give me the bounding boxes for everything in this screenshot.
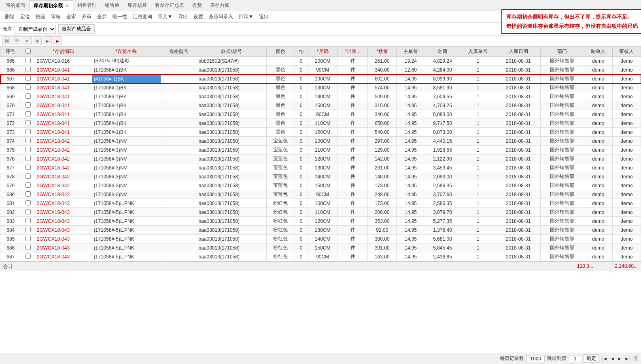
cell-auditor[interactable]: demo — [612, 252, 641, 261]
cell-inno[interactable]: 1 — [460, 74, 496, 83]
cell-size[interactable]: 90CM — [308, 66, 337, 74]
cell-qty[interactable]: 173.00 — [368, 199, 397, 208]
cell-maker[interactable]: demo — [584, 74, 612, 83]
cell-inno[interactable]: 1 — [460, 83, 496, 92]
cell-name[interactable]: (171058#-3)NV — [92, 154, 161, 163]
cell-maker[interactable]: demo — [584, 92, 612, 101]
icon-btn-5[interactable]: ▶ — [43, 36, 52, 45]
cell-dept[interactable]: 国外销售部 — [541, 66, 584, 74]
table-row[interactable]: 671 2GWCX18-041 (171058#-1)BK baa03013(1… — [0, 110, 641, 119]
col-code[interactable]: *存货编码 — [35, 47, 92, 57]
cell-color[interactable]: 黑色 — [266, 66, 295, 74]
cell-check[interactable] — [21, 119, 35, 128]
cell-inno[interactable]: 1 — [460, 235, 496, 243]
cell-amount[interactable]: 2,093.00 — [425, 172, 460, 181]
cell-spec[interactable] — [161, 163, 197, 172]
icon-btn-1[interactable]: 国 — [2, 36, 11, 45]
table-row[interactable]: 667 2GWCX18-041 (#1058#-1)BK baa03013(17… — [0, 74, 641, 83]
cell-check[interactable] — [21, 92, 35, 101]
cell-check[interactable] — [21, 181, 35, 190]
cell-amount[interactable]: 9,717.50 — [425, 119, 460, 128]
cell-inno[interactable]: 1 — [460, 217, 496, 226]
warehouse-select[interactable]: 自制产成品合 — [15, 25, 56, 34]
cell-qty[interactable]: 142.00 — [368, 154, 397, 163]
cell-inno[interactable]: 1 — [460, 199, 496, 208]
cell-inno[interactable]: 1 — [460, 57, 496, 66]
cell-code[interactable]: 2GWCX18-043 — [35, 208, 92, 217]
cell-qty[interactable]: 380.00 — [368, 235, 397, 243]
cell-price[interactable]: 14.95 — [397, 172, 425, 181]
cell-unit[interactable]: 件 — [337, 110, 367, 119]
cell-unit[interactable]: 件 — [337, 57, 367, 66]
delete-button[interactable]: 删除 — [2, 13, 17, 21]
cell-price[interactable]: 14.95 — [397, 110, 425, 119]
table-row[interactable]: 670 2GWCX18-041 (171058#-1)BK baa03013(1… — [0, 101, 641, 110]
cell-unit[interactable]: 件 — [337, 181, 367, 190]
cell-qty[interactable]: 602.00 — [368, 74, 397, 83]
table-row[interactable]: 683 2GWCX18-043 (171058#-5)L.PNK baa0301… — [0, 217, 641, 226]
cell-spec[interactable] — [161, 226, 197, 235]
cell-maker[interactable]: demo — [584, 235, 612, 243]
cell-name[interactable]: (171058#-1)BK — [92, 119, 161, 128]
cell-spec[interactable] — [161, 146, 197, 154]
cell-dept[interactable]: 国外销售部 — [541, 190, 584, 199]
table-row[interactable]: 679 2GWCX18-042 (171058#-3)NV baa03013(1… — [0, 181, 641, 190]
cell-dept[interactable]: 国外销售部 — [541, 110, 584, 119]
cell-star[interactable]: 0 — [295, 163, 308, 172]
cell-style[interactable]: baa03013(171058) — [197, 74, 266, 83]
import-button[interactable]: 导入▼ — [155, 13, 175, 21]
cell-unit[interactable]: 件 — [337, 243, 367, 252]
cell-check[interactable] — [21, 74, 35, 83]
cell-color[interactable]: 宝蓝色 — [266, 163, 295, 172]
barcode-button[interactable]: 条形码录入 — [206, 13, 236, 21]
cell-inno[interactable]: 1 — [460, 163, 496, 172]
cell-auditor[interactable]: demo — [612, 235, 641, 243]
cell-code[interactable]: 2GWCX18-043 — [35, 235, 92, 243]
cell-qty[interactable]: 129.00 — [368, 146, 397, 154]
cell-check[interactable] — [21, 163, 35, 172]
cell-inno[interactable]: 1 — [460, 243, 496, 252]
cell-size[interactable]: 140CM — [308, 172, 337, 181]
cell-style[interactable]: baa03013(171058) — [197, 137, 266, 146]
cell-check[interactable] — [21, 154, 35, 163]
cell-price[interactable]: 14.95 — [397, 252, 425, 261]
table-row[interactable]: 673 2GWCX18-041 (171058#-1)BK baa03013(1… — [0, 128, 641, 137]
cell-maker[interactable]: demo — [584, 190, 612, 199]
table-row[interactable]: 686 2GWCX18-043 (171058#-5)L.PNK baa0301… — [0, 243, 641, 252]
cell-dept[interactable]: 国外销售部 — [541, 57, 584, 66]
cell-size[interactable]: 130CM — [308, 163, 337, 172]
cell-star[interactable]: 0 — [295, 110, 308, 119]
cell-auditor[interactable]: demo — [612, 190, 641, 199]
cell-size[interactable]: 120CM — [308, 154, 337, 163]
cell-price[interactable]: 14.95 — [397, 208, 425, 217]
cell-spec[interactable] — [161, 190, 197, 199]
cell-star[interactable]: 0 — [295, 208, 308, 217]
cell-style[interactable]: baa03013(171058) — [197, 226, 266, 235]
cell-check[interactable] — [21, 208, 35, 217]
cell-indate[interactable]: 2018-08-31 — [496, 243, 541, 252]
cell-amount[interactable]: 4,709.25 — [425, 101, 460, 110]
cell-check[interactable] — [21, 243, 35, 252]
cell-inno[interactable]: 1 — [460, 110, 496, 119]
export-button[interactable]: 导出 — [176, 13, 190, 21]
cell-price[interactable]: 14.95 — [397, 101, 425, 110]
cell-check[interactable] — [21, 101, 35, 110]
cell-inno[interactable]: 1 — [460, 181, 496, 190]
cell-auditor[interactable]: demo — [612, 199, 641, 208]
cell-indate[interactable]: 2018-08-31 — [496, 190, 541, 199]
cell-unit[interactable]: 件 — [337, 119, 367, 128]
cell-size[interactable]: 150CM — [308, 181, 337, 190]
cell-unit[interactable]: 件 — [337, 101, 367, 110]
cell-style[interactable]: bbb01502(S247/#) — [197, 57, 266, 66]
cell-spec[interactable] — [161, 137, 197, 146]
cell-code[interactable]: 2GWCX18-042 — [35, 154, 92, 163]
cell-size[interactable]: 100CM — [308, 57, 337, 66]
cell-dept[interactable]: 国外销售部 — [541, 128, 584, 137]
cell-maker[interactable]: demo — [584, 199, 612, 208]
cell-amount[interactable]: 1,375.40 — [425, 226, 460, 235]
cell-price[interactable]: 14.95 — [397, 181, 425, 190]
cell-price[interactable]: 14.95 — [397, 190, 425, 199]
cell-unit[interactable]: 件 — [337, 235, 367, 243]
cell-indate[interactable]: 2018-08-31 — [496, 146, 541, 154]
cell-style[interactable]: baa03013(171058) — [197, 190, 266, 199]
